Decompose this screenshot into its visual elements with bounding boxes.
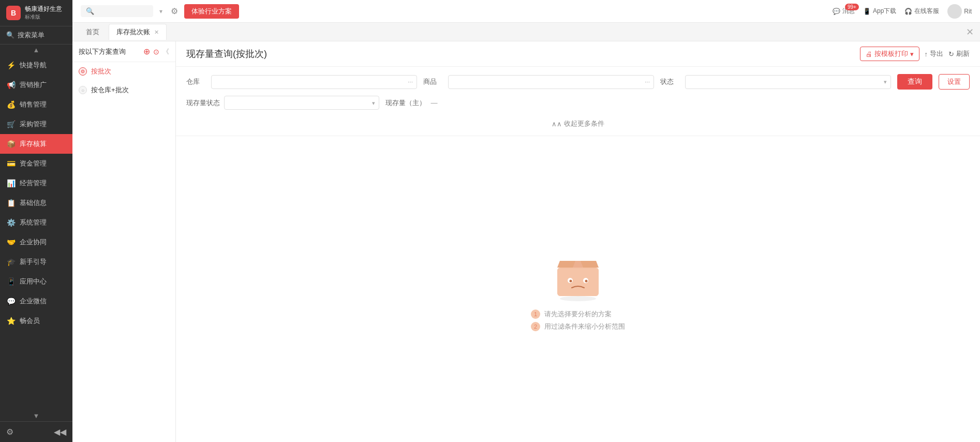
scheme-active-dot: ⊙ xyxy=(79,67,87,76)
sidebar-search-label: 搜索菜单 xyxy=(18,31,44,40)
app-center-icon: 📱 xyxy=(6,277,16,286)
sales-icon: 💰 xyxy=(6,100,16,109)
sidebar: B 畅康通好生意 标准版 🔍 搜索菜单 ▲ ⚡ 快捷导航 📢 营销推广 💰 销售… xyxy=(0,0,72,442)
filter-row-2: 现存量状态 全部 有库存 无库存 ▾ 现存量（主） xyxy=(186,96,970,110)
settings-icon[interactable]: ⚙ xyxy=(6,427,13,437)
basics-icon: 📋 xyxy=(6,198,16,208)
stock-status-select[interactable]: 全部 有库存 无库存 xyxy=(224,96,379,110)
scheme-item-by-warehouse-batch[interactable]: ○ 按仓库+批次 xyxy=(72,81,175,99)
operation-icon: 📊 xyxy=(6,179,16,188)
collapse-left-panel-icon[interactable]: 《 xyxy=(162,47,169,56)
page-titlebar: 现存量查询(按批次) 🖨 按模板打印 ▾ ↑ 导出 ↻ 刷新 xyxy=(176,41,980,67)
refresh-icon: ↻ xyxy=(948,50,954,58)
user-profile-button[interactable]: Rit xyxy=(947,4,972,19)
wechat-label: 企业微信 xyxy=(20,297,47,306)
sidebar-footer: ⚙ ◀◀ xyxy=(0,421,72,442)
print-chevron-icon: ▾ xyxy=(910,50,914,58)
service-label: 在线客服 xyxy=(914,7,939,16)
quick-nav-label: 快捷导航 xyxy=(20,61,47,70)
query-button[interactable]: 查询 xyxy=(897,74,932,90)
svg-marker-4 xyxy=(581,261,599,268)
sidebar-item-finance[interactable]: 💳 资金管理 xyxy=(0,154,72,173)
inventory-icon: 📦 xyxy=(6,139,16,149)
filter-stock-qty: 现存量（主） — xyxy=(385,98,578,108)
sidebar-item-inventory[interactable]: 📦 库存核算 xyxy=(0,134,72,154)
close-panel-icon[interactable]: ✕ xyxy=(966,26,974,38)
newbie-label: 新手引导 xyxy=(20,257,47,267)
scroll-up-arrow[interactable]: ▲ xyxy=(0,45,72,55)
filter-section: 仓库 ··· 商品 ··· 状态 xyxy=(176,67,980,136)
sidebar-item-sales[interactable]: 💰 销售管理 xyxy=(0,95,72,114)
main-area: 🔍 ▾ ⚙ 体验行业方案 💬 消息 99+ 📱 App下载 🎧 在线客服 Rit xyxy=(72,0,980,442)
app-download-label: App下载 xyxy=(873,7,896,16)
topbar-gear-icon[interactable]: ⚙ xyxy=(171,6,178,16)
svg-rect-5 xyxy=(557,268,599,296)
newbie-icon: 🎓 xyxy=(6,257,16,267)
scroll-down-arrow[interactable]: ▼ xyxy=(0,410,72,421)
app-center-label: 应用中心 xyxy=(20,277,47,286)
tab-close-icon[interactable]: ✕ xyxy=(154,29,159,36)
print-label: 按模板打印 xyxy=(874,49,908,58)
collapse-sidebar-icon[interactable]: ◀◀ xyxy=(54,427,66,437)
sidebar-search[interactable]: 🔍 搜索菜单 xyxy=(0,26,72,45)
svg-point-9 xyxy=(585,279,588,282)
left-panel-actions: ⊕ ⊙ 《 xyxy=(143,47,169,56)
avatar xyxy=(947,4,962,19)
export-button[interactable]: ↑ 导出 xyxy=(925,49,944,58)
sidebar-item-system[interactable]: ⚙️ 系统管理 xyxy=(0,213,72,232)
sidebar-item-enterprise[interactable]: 🤝 企业协同 xyxy=(0,232,72,252)
tab-batch-account[interactable]: 库存批次账 ✕ xyxy=(109,24,167,40)
online-service-button[interactable]: 🎧 在线客服 xyxy=(904,7,939,16)
sidebar-item-purchase[interactable]: 🛒 采购管理 xyxy=(0,114,72,134)
sidebar-item-member[interactable]: ⭐ 畅会员 xyxy=(0,311,72,331)
sidebar-header: B 畅康通好生意 标准版 xyxy=(0,0,72,26)
empty-tip-1: 1 请先选择要分析的方案 xyxy=(531,310,625,319)
sidebar-item-basics[interactable]: 📋 基础信息 xyxy=(0,193,72,213)
filter-product: 商品 ··· xyxy=(423,75,654,89)
enterprise-icon: 🤝 xyxy=(6,238,16,247)
app-download-icon: 📱 xyxy=(863,8,871,15)
settings-button[interactable]: 设置 xyxy=(939,74,970,90)
product-filter-label: 商品 xyxy=(423,77,444,86)
filter-stock-status: 现存量状态 全部 有库存 无库存 ▾ xyxy=(186,96,379,110)
topbar-chevron-icon[interactable]: ▾ xyxy=(159,8,162,15)
tab-home[interactable]: 首页 xyxy=(79,24,107,40)
sidebar-item-marketing[interactable]: 📢 营销推广 xyxy=(0,75,72,95)
sidebar-item-quick-nav[interactable]: ⚡ 快捷导航 xyxy=(0,55,72,75)
empty-tip-2: 2 用过滤条件来缩小分析范围 xyxy=(531,322,625,331)
export-label: 导出 xyxy=(930,49,943,58)
sidebar-item-operation[interactable]: 📊 经营管理 xyxy=(0,173,72,193)
stock-status-select-wrap: 全部 有库存 无库存 ▾ xyxy=(224,96,379,110)
collapse-more-conditions[interactable]: ∧∧ 收起更多条件 xyxy=(186,116,970,128)
scheme-list: ⊙ 按批次 ○ 按仓库+批次 xyxy=(72,62,175,99)
sidebar-item-newbie[interactable]: 🎓 新手引导 xyxy=(0,252,72,272)
page-actions: 🖨 按模板打印 ▾ ↑ 导出 ↻ 刷新 xyxy=(860,47,970,61)
scheme-item-by-batch[interactable]: ⊙ 按批次 xyxy=(72,62,175,81)
svg-point-0 xyxy=(560,296,596,301)
operation-label: 经营管理 xyxy=(20,179,47,188)
topbar-right: 💬 消息 99+ 📱 App下载 🎧 在线客服 Rit xyxy=(833,4,972,19)
enterprise-label: 企业协同 xyxy=(20,238,47,247)
topbar-search-box[interactable]: 🔍 xyxy=(81,5,153,17)
refresh-button[interactable]: ↻ 刷新 xyxy=(948,49,970,58)
product-input[interactable] xyxy=(448,75,654,89)
empty-tips: 1 请先选择要分析的方案 2 用过滤条件来缩小分析范围 xyxy=(531,310,625,334)
sidebar-item-wechat[interactable]: 💬 企业微信 xyxy=(0,291,72,311)
status-select[interactable]: 全部 启用 停用 xyxy=(685,75,891,89)
messages-button[interactable]: 💬 消息 99+ xyxy=(833,7,855,16)
product-more-icon[interactable]: ··· xyxy=(645,78,650,85)
scheme-label-by-warehouse-batch: 按仓库+批次 xyxy=(91,85,129,95)
right-panel: 现存量查询(按批次) 🖨 按模板打印 ▾ ↑ 导出 ↻ 刷新 xyxy=(176,41,980,442)
member-icon: ⭐ xyxy=(6,316,16,326)
print-button[interactable]: 🖨 按模板打印 ▾ xyxy=(860,47,919,61)
app-download-button[interactable]: 📱 App下载 xyxy=(863,7,896,16)
sidebar-item-app-center[interactable]: 📱 应用中心 xyxy=(0,272,72,291)
empty-state: 1 请先选择要分析的方案 2 用过滤条件来缩小分析范围 xyxy=(176,136,980,442)
warehouse-more-icon[interactable]: ··· xyxy=(408,78,413,85)
scheme-settings-icon[interactable]: ⊙ xyxy=(153,48,159,56)
app-name-group: 畅康通好生意 标准版 xyxy=(25,5,62,21)
experience-industry-button[interactable]: 体验行业方案 xyxy=(184,4,239,19)
topbar-search-input[interactable] xyxy=(97,8,139,15)
add-scheme-icon[interactable]: ⊕ xyxy=(143,47,150,56)
warehouse-input[interactable] xyxy=(211,75,417,89)
